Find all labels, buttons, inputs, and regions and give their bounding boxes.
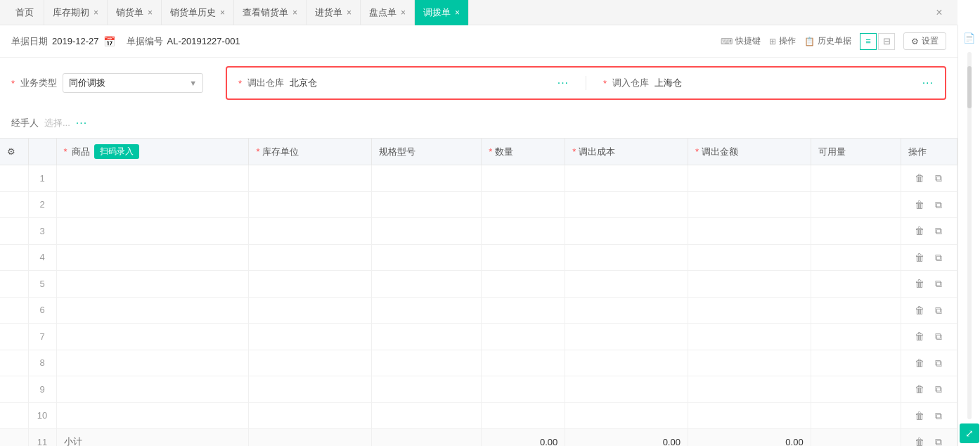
row-product-cell[interactable] — [56, 297, 249, 324]
row-unit-cell[interactable] — [249, 350, 372, 376]
row-unit-cell[interactable] — [249, 402, 372, 429]
row-delete-icon[interactable]: 🗑 — [911, 355, 928, 371]
subtotal-delete-icon[interactable]: 🗑 — [911, 433, 928, 446]
row-amount-cell[interactable] — [688, 297, 811, 324]
settings-button[interactable]: ⚙ 设置 — [903, 32, 946, 50]
row-product-cell[interactable] — [56, 402, 249, 429]
row-spec-cell[interactable] — [372, 165, 482, 192]
row-copy-icon[interactable]: ⧉ — [930, 170, 947, 187]
tab-sales[interactable]: 销货单 × — [108, 0, 162, 25]
row-qty-cell[interactable] — [482, 297, 565, 324]
shortcut-action[interactable]: ⌨ 快捷键 — [721, 35, 761, 47]
row-qty-cell[interactable] — [482, 376, 565, 403]
row-spec-cell[interactable] — [372, 402, 482, 429]
row-delete-icon[interactable]: 🗑 — [911, 196, 928, 213]
row-cost-cell[interactable] — [565, 218, 688, 245]
subtotal-copy-icon[interactable]: ⧉ — [930, 434, 947, 447]
row-copy-icon[interactable]: ⧉ — [930, 407, 947, 424]
row-qty-cell[interactable] — [482, 350, 565, 376]
row-delete-icon[interactable]: 🗑 — [911, 328, 928, 345]
tab-view-sales[interactable]: 查看销货单 × — [234, 0, 307, 25]
row-spec-cell[interactable] — [372, 218, 482, 245]
row-product-cell[interactable] — [56, 244, 249, 271]
row-cost-cell[interactable] — [565, 324, 688, 350]
operations-action[interactable]: ⊞ 操作 — [769, 35, 796, 47]
row-amount-cell[interactable] — [688, 165, 811, 192]
warehouse-out-more-btn[interactable]: ··· — [557, 77, 569, 89]
row-amount-cell[interactable] — [688, 402, 811, 429]
row-qty-cell[interactable] — [482, 324, 565, 350]
row-amount-cell[interactable] — [688, 324, 811, 350]
tab-inventory[interactable]: 库存期初 × — [44, 0, 108, 25]
row-product-cell[interactable] — [56, 376, 249, 403]
tab-stocktake[interactable]: 盘点单 × — [361, 0, 415, 25]
tab-stocktake-close[interactable]: × — [401, 8, 406, 18]
row-amount-cell[interactable] — [688, 218, 811, 245]
window-close-button[interactable]: × — [927, 0, 952, 25]
row-qty-cell[interactable] — [482, 165, 565, 192]
row-copy-icon[interactable]: ⧉ — [930, 329, 947, 345]
row-spec-cell[interactable] — [372, 324, 482, 350]
calendar-icon[interactable]: 📅 — [103, 36, 115, 47]
row-spec-cell[interactable] — [372, 376, 482, 403]
row-product-cell[interactable] — [56, 165, 249, 192]
row-delete-icon[interactable]: 🗑 — [911, 381, 928, 397]
row-product-cell[interactable] — [56, 271, 249, 298]
row-cost-cell[interactable] — [565, 350, 688, 376]
row-delete-icon[interactable]: 🗑 — [911, 249, 928, 266]
tab-purchase-close[interactable]: × — [347, 8, 352, 18]
row-unit-cell[interactable] — [249, 376, 372, 403]
row-unit-cell[interactable] — [249, 324, 372, 350]
tab-view-sales-close[interactable]: × — [292, 8, 297, 18]
row-spec-cell[interactable] — [372, 350, 482, 376]
business-type-select[interactable]: 同价调拨 ▼ — [63, 73, 203, 93]
row-cost-cell[interactable] — [565, 376, 688, 403]
row-amount-cell[interactable] — [688, 376, 811, 403]
row-amount-cell[interactable] — [688, 191, 811, 218]
row-spec-cell[interactable] — [372, 244, 482, 271]
row-unit-cell[interactable] — [249, 218, 372, 245]
row-unit-cell[interactable] — [249, 191, 372, 218]
row-spec-cell[interactable] — [372, 191, 482, 218]
row-cost-cell[interactable] — [565, 402, 688, 429]
layout-grid-btn[interactable]: ⊟ — [878, 33, 895, 50]
row-qty-cell[interactable] — [482, 244, 565, 271]
sidebar-doc-btn[interactable]: 📄 — [960, 28, 979, 48]
th-settings[interactable]: ⚙ — [0, 139, 28, 165]
row-product-cell[interactable] — [56, 350, 249, 376]
row-qty-cell[interactable] — [482, 218, 565, 245]
row-product-cell[interactable] — [56, 324, 249, 350]
row-product-cell[interactable] — [56, 191, 249, 218]
history-action[interactable]: 📋 历史单据 — [804, 35, 851, 47]
tab-purchase[interactable]: 进货单 × — [307, 0, 361, 25]
row-spec-cell[interactable] — [372, 297, 482, 324]
row-cost-cell[interactable] — [565, 297, 688, 324]
warehouse-in-more-btn[interactable]: ··· — [922, 77, 934, 89]
row-delete-icon[interactable]: 🗑 — [911, 407, 928, 424]
row-qty-cell[interactable] — [482, 402, 565, 429]
tab-inventory-close[interactable]: × — [94, 8, 98, 18]
tab-sales-history-close[interactable]: × — [220, 8, 225, 18]
row-cost-cell[interactable] — [565, 165, 688, 192]
row-spec-cell[interactable] — [372, 271, 482, 298]
row-copy-icon[interactable]: ⧉ — [930, 249, 947, 266]
person-more-btn[interactable]: ··· — [76, 117, 87, 129]
tab-sales-close[interactable]: × — [148, 8, 153, 18]
row-copy-icon[interactable]: ⧉ — [930, 302, 947, 319]
row-delete-icon[interactable]: 🗑 — [911, 275, 928, 292]
layout-list-btn[interactable]: ≡ — [860, 33, 877, 50]
row-delete-icon[interactable]: 🗑 — [911, 170, 928, 186]
row-unit-cell[interactable] — [249, 165, 372, 192]
row-copy-icon[interactable]: ⧉ — [930, 276, 947, 293]
row-copy-icon[interactable]: ⧉ — [930, 223, 947, 240]
row-qty-cell[interactable] — [482, 271, 565, 298]
row-copy-icon[interactable]: ⧉ — [930, 355, 947, 371]
row-product-cell[interactable] — [56, 218, 249, 245]
row-qty-cell[interactable] — [482, 191, 565, 218]
row-delete-icon[interactable]: 🗑 — [911, 302, 928, 319]
sidebar-expand-btn[interactable]: ⤢ — [960, 423, 979, 443]
row-cost-cell[interactable] — [565, 244, 688, 271]
row-amount-cell[interactable] — [688, 271, 811, 298]
row-unit-cell[interactable] — [249, 271, 372, 298]
tab-transfer[interactable]: 调拨单 × — [415, 0, 469, 25]
